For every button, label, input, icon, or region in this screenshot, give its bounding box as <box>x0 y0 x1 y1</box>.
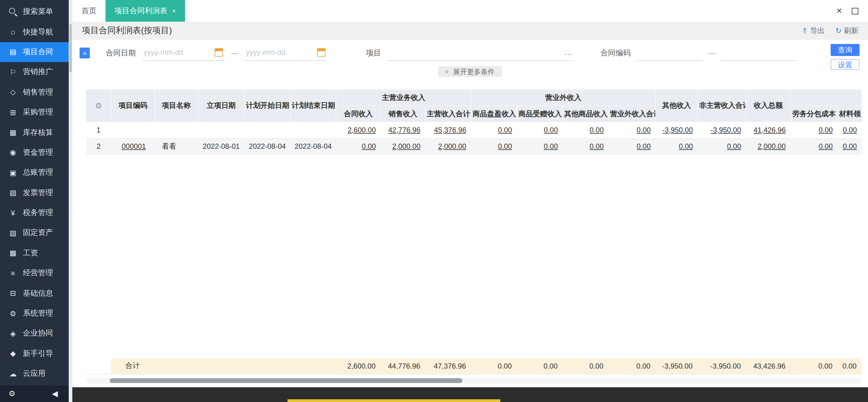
sidebar-item-collab[interactable]: ◈企业协同 <box>0 324 69 344</box>
quicknav-icon: ⌂ <box>8 27 18 36</box>
tab-home[interactable]: 首页 <box>72 0 105 22</box>
cell-amount[interactable]: 0.00 <box>471 122 517 138</box>
cell-blank <box>198 358 244 374</box>
cell-amount[interactable]: 2,000.00 <box>746 138 790 155</box>
expand-filters-button[interactable]: » <box>80 47 90 59</box>
report-table: ⚙ 项目编码 项目名称 立项日期 计划开始日期 计划结束日期 主营业务收入 营业… <box>86 89 862 155</box>
purchase-icon: ⊞ <box>8 108 18 117</box>
sidebar-item-sales[interactable]: ◇销售管理 <box>0 82 69 102</box>
cell-amount[interactable]: 0.00 <box>698 138 746 155</box>
sidebar-item-label: 项目合同 <box>23 47 53 57</box>
page-title-bar: 项目合同利润表(按项目) ⇑ 导出 ↻ 刷新 <box>72 22 868 40</box>
settings-button[interactable]: 设置 <box>831 59 860 70</box>
project-input[interactable]: … <box>387 45 574 61</box>
contract-date-from-input[interactable]: yyyy-mm-dd <box>142 45 225 61</box>
cell-amount[interactable]: 0.00 <box>563 138 609 155</box>
sidebar-item-assets[interactable]: ▨固定资产 <box>0 223 69 243</box>
table-body: 12,600.0042,776.9645,376.960.000.000.000… <box>86 122 862 155</box>
cell-amount[interactable]: 0.00 <box>838 138 862 155</box>
cell-amount[interactable]: 42,776.96 <box>381 122 425 138</box>
col-header-nonop-total: 营业外收入合计 <box>609 106 655 122</box>
sidebar-item-purchase[interactable]: ⊞采购管理 <box>0 102 69 123</box>
sidebar-item-guide[interactable]: ◆新手引导 <box>0 343 69 364</box>
contract-code-from-input[interactable] <box>637 45 703 61</box>
total-amount: 43,426.96 <box>746 358 790 374</box>
horizontal-scrollbar-thumb[interactable] <box>110 378 462 383</box>
sidebar-item-basicinfo[interactable]: ⊟基础信息 <box>0 283 69 304</box>
col-header-project-name: 项目名称 <box>155 90 198 122</box>
calendar-icon[interactable] <box>317 48 326 56</box>
group-header-cost <box>790 90 862 106</box>
cell-amount[interactable]: 0.00 <box>838 122 862 138</box>
tab-close-icon[interactable]: × <box>172 7 176 14</box>
sidebar-item-ledger[interactable]: ▣总账管理 <box>0 163 69 183</box>
table-row: 2000001看看2022-08-012022-08-042022-08-040… <box>86 138 862 155</box>
query-button[interactable]: 查询 <box>831 44 860 56</box>
cell-amount[interactable]: 41,426.96 <box>746 122 790 138</box>
horizontal-scrollbar[interactable] <box>86 377 861 383</box>
cell-date <box>290 122 336 138</box>
cell-amount[interactable]: 0.00 <box>517 138 563 155</box>
window-maximize-icon[interactable] <box>852 7 858 14</box>
export-button[interactable]: ⇑ 导出 <box>802 26 825 36</box>
refresh-button[interactable]: ↻ 刷新 <box>835 26 858 36</box>
cell-amount[interactable]: 0.00 <box>609 122 655 138</box>
system-icon: ⚙ <box>8 309 18 318</box>
tab-project-contract-profit[interactable]: 项目合同利润表 × <box>105 0 185 22</box>
cell-amount[interactable]: 2,600.00 <box>336 122 381 138</box>
cell-project-code[interactable]: 000001 <box>111 138 155 155</box>
cell-amount[interactable]: 0.00 <box>790 122 838 138</box>
cell-amount[interactable]: 2,000.00 <box>425 138 471 155</box>
sidebar-item-quicknav[interactable]: ⌂快捷导航 <box>0 22 69 42</box>
sidebar-item-inventory[interactable]: ▦库存核算 <box>0 123 69 143</box>
funds-icon: ◉ <box>8 148 18 157</box>
cell-amount[interactable]: 0.00 <box>471 138 517 155</box>
sidebar-item-label: 工资 <box>23 248 38 258</box>
cell-amount[interactable]: 2,000.00 <box>381 138 425 155</box>
cell-amount[interactable]: 0.00 <box>336 138 381 155</box>
sidebar-item-funds[interactable]: ◉资金管理 <box>0 142 69 163</box>
vertical-scrollbar-thumb[interactable] <box>69 24 72 72</box>
title-actions: ⇑ 导出 ↻ 刷新 <box>802 26 858 36</box>
sidebar-item-search[interactable]: 搜索菜单 <box>0 2 69 22</box>
contract-date-to-input[interactable]: yyyy-mm-dd <box>244 45 327 61</box>
cell-amount[interactable]: -3,950.00 <box>698 122 746 138</box>
sidebar-item-tax[interactable]: ¥税务管理 <box>0 203 69 223</box>
sidebar-item-project[interactable]: ▤项目合同 <box>0 42 69 62</box>
cell-amount[interactable]: 0.00 <box>609 138 655 155</box>
column-settings-icon[interactable]: ⚙ <box>95 101 102 110</box>
window-close-icon[interactable]: × <box>836 6 842 16</box>
sidebar-item-system[interactable]: ⚙系统管理 <box>0 304 69 324</box>
project-picker-ellipsis[interactable]: … <box>564 47 572 57</box>
sidebar-item-label: 税务管理 <box>23 208 53 218</box>
settings-gear-icon[interactable]: ⚙ <box>8 389 16 398</box>
calendar-icon[interactable] <box>215 48 223 56</box>
col-header-labor-cost: 劳务分包成本 <box>790 106 838 122</box>
project-icon: ▤ <box>8 47 18 57</box>
sidebar-item-marketing[interactable]: ⚐营销推广 <box>0 62 69 82</box>
expand-more-conditions-button[interactable]: » 展开更多条件 <box>438 66 502 77</box>
sidebar-menu: 搜索菜单⌂快捷导航▤项目合同⚐营销推广◇销售管理⊞采购管理▦库存核算◉资金管理▣… <box>0 0 69 385</box>
col-header-other-income: 其他收入 <box>655 90 698 122</box>
sidebar-item-operations[interactable]: ≡经营管理 <box>0 263 69 283</box>
cell-amount[interactable]: -3,950.00 <box>655 122 698 138</box>
cell-amount[interactable]: 0.00 <box>655 138 698 155</box>
col-header-contract-income: 合同收入 <box>336 106 381 122</box>
tab-bar: 首页 项目合同利润表 × × <box>72 0 868 22</box>
sidebar-item-invoice[interactable]: ▧发票管理 <box>0 183 69 203</box>
cell-project-name: 看看 <box>155 138 198 155</box>
sidebar-item-payroll[interactable]: ▩工资 <box>0 243 69 263</box>
column-settings-header[interactable]: ⚙ <box>86 90 111 122</box>
cell-amount[interactable]: 0.00 <box>563 122 609 138</box>
tab-home-label: 首页 <box>82 6 96 16</box>
contract-code-to-input[interactable] <box>722 45 796 61</box>
collapse-sidebar-icon[interactable]: ◀ <box>52 389 58 398</box>
sidebar-item-cloud[interactable]: ☁云应用 <box>0 364 69 384</box>
vertical-scrollbar[interactable] <box>69 0 72 402</box>
cell-amount[interactable]: 0.00 <box>517 122 563 138</box>
cell-amount[interactable]: 0.00 <box>790 138 838 155</box>
cell-amount[interactable]: 45,376.96 <box>425 122 471 138</box>
cell-project-code <box>111 122 155 138</box>
more-conditions-row: » 展开更多条件 <box>72 66 868 81</box>
chevron-down-icon: » <box>444 70 451 73</box>
